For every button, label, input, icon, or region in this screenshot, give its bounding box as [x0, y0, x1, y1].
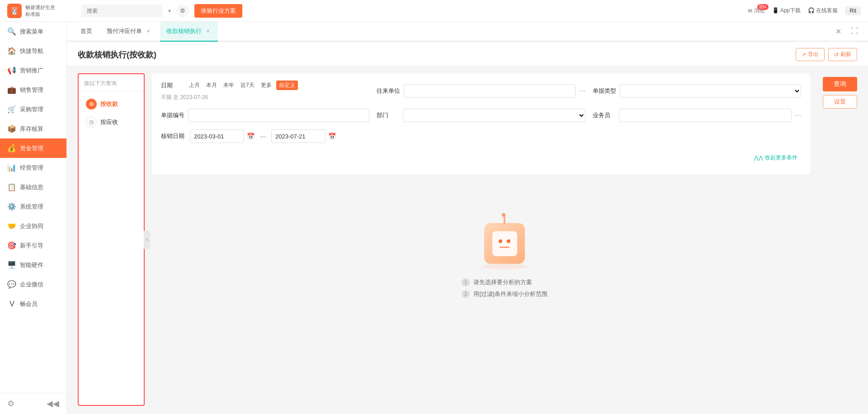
shortcut-this-year[interactable]: 本年: [222, 81, 236, 90]
sidebar: 🔍 搜索菜单 🏠 快捷导航 📢 营销推广 💼 销售管理 🛒 采购管理 📦 库存核…: [0, 22, 67, 414]
sidebar-item-collab[interactable]: 🤝 企业协同: [0, 216, 66, 236]
verif-date-to-input[interactable]: [271, 129, 326, 143]
step-num-1: 1: [462, 278, 470, 286]
industry-button[interactable]: 体验行业方案: [194, 4, 242, 18]
date-field: 日期 上月 本月 本年 近7天 更多 自定义: [161, 81, 369, 101]
dept-field: 部门: [377, 109, 585, 122]
query-main-row: 日期 上月 本月 本年 近7天 更多 自定义: [152, 73, 857, 174]
finance-icon: 💰: [7, 144, 16, 152]
shortcut-7days[interactable]: 近7天: [239, 81, 256, 90]
message-button[interactable]: ✉ 消息 99+: [748, 7, 765, 14]
tab-close-receipt[interactable]: ×: [204, 28, 212, 35]
settings-icon[interactable]: ⚙: [176, 5, 189, 17]
query-area: 日期 上月 本月 本年 近7天 更多 自定义: [152, 73, 857, 406]
tab-prepayment[interactable]: 预付冲应付单 ×: [100, 22, 158, 42]
maximize-button[interactable]: ⛶: [848, 25, 861, 38]
robot-eye-right: [507, 239, 510, 243]
sidebar-bottom: ⚙ ◀◀: [0, 393, 66, 414]
antenna: [504, 216, 505, 224]
filter-panel: 按以下方查询 ⊙ 按收款 ◷ 按应收 ‹‹: [78, 73, 145, 406]
sidebar-item-finance[interactable]: 💰 资金管理: [0, 138, 66, 158]
filter-option-by-receipt[interactable]: ⊙ 按收款: [79, 95, 144, 113]
shortcut-custom[interactable]: 自定义: [276, 81, 298, 90]
antenna-top: [502, 213, 505, 217]
sidebar-item-management[interactable]: 📊 经营管理: [0, 158, 66, 177]
verif-date-row: 核销日期 📅 — 📅: [161, 129, 801, 143]
staff-input[interactable]: [619, 109, 792, 122]
sidebar-item-hardware[interactable]: 🖥️ 智能硬件: [0, 255, 66, 275]
marketing-icon: 📢: [7, 66, 16, 75]
main-content: 首页 预付冲应付单 × 收款核销执行 × ✕ ⛶ 收款核销执行(按收款) ↗ 导…: [67, 22, 868, 414]
form-row-1: 日期 上月 本月 本年 近7天 更多 自定义: [161, 81, 801, 101]
dept-label: 部门: [377, 111, 399, 119]
party-input[interactable]: [404, 84, 576, 98]
filter-panel-collapse[interactable]: ‹‹: [144, 231, 150, 249]
app-download-link[interactable]: 📱 App下载: [772, 7, 801, 14]
management-icon: 📊: [7, 163, 16, 172]
dept-select[interactable]: [403, 109, 585, 122]
shortcut-this-month[interactable]: 本月: [204, 81, 219, 90]
empty-step-2: 2 用[过滤]条件来缩小分析范围: [462, 290, 547, 298]
close-tab-button[interactable]: ✕: [832, 25, 844, 38]
refresh-button[interactable]: ↺ 刷新: [828, 48, 857, 61]
sidebar-item-basic[interactable]: 📋 基础信息: [0, 177, 66, 197]
collapse-sidebar-icon[interactable]: ◀◀: [47, 399, 59, 409]
member-icon: Ⅴ: [7, 300, 16, 308]
sidebar-item-nav[interactable]: 🏠 快捷导航: [0, 41, 66, 61]
chevron-down-icon[interactable]: ▾: [168, 8, 171, 14]
bill-type-select[interactable]: [620, 84, 801, 98]
basic-icon: 📋: [7, 183, 16, 191]
staff-label: 业务员: [593, 111, 615, 119]
party-label: 往来单位: [377, 87, 400, 95]
chevron-up-icon: ⋀⋀: [754, 155, 763, 161]
collapse-more-button[interactable]: ⋀⋀ 收起更多条件: [750, 152, 801, 163]
empty-steps: 1 请先选择要分析的方案 2 用[过滤]条件来缩小分析范围: [462, 278, 547, 298]
form-row-2: 单据编号 部门 业务员 ···: [161, 109, 801, 122]
calendar-to-icon[interactable]: 📅: [328, 133, 336, 140]
tab-home[interactable]: 首页: [74, 22, 99, 42]
user-profile[interactable]: Rit: [845, 6, 861, 15]
sidebar-item-member[interactable]: Ⅴ 畅会员: [0, 294, 66, 314]
bill-type-label: 单据类型: [593, 87, 616, 95]
query-button[interactable]: 查询: [823, 77, 857, 91]
settings-bottom-icon[interactable]: ⚙: [7, 399, 14, 409]
top-bar-right: ✉ 消息 99+ 📱 App下载 🎧 在线客服 Rit: [748, 6, 861, 15]
staff-field: 业务员 ···: [593, 109, 801, 122]
shadow: [482, 264, 527, 269]
staff-more-icon[interactable]: ···: [795, 111, 801, 119]
sidebar-item-purchase[interactable]: 🛒 采购管理: [0, 100, 66, 119]
filter-option-by-receivable[interactable]: ◷ 按应收: [79, 113, 144, 131]
sales-icon: 💼: [7, 86, 16, 94]
settings-button[interactable]: 设置: [823, 95, 857, 109]
sidebar-item-sales[interactable]: 💼 销售管理: [0, 80, 66, 100]
bill-type-field: 单据类型: [593, 84, 801, 98]
verif-date-from-input[interactable]: [190, 129, 244, 143]
logo: 🐰 畅捷通好生意 标准版: [7, 4, 74, 18]
sidebar-item-inventory[interactable]: 📦 库存核算: [0, 119, 66, 138]
shortcut-last-month[interactable]: 上月: [187, 81, 202, 90]
party-more-icon[interactable]: ···: [579, 87, 585, 95]
wechat-icon: 💬: [7, 280, 16, 289]
bill-no-input[interactable]: [188, 109, 369, 122]
verif-date-to-container: 📅: [271, 129, 336, 143]
receipt-icon: ⊙: [86, 99, 97, 109]
sidebar-item-search[interactable]: 🔍 搜索菜单: [0, 22, 66, 41]
empty-state: 1 请先选择要分析的方案 2 用[过滤]条件来缩小分析范围: [152, 174, 857, 334]
sidebar-item-guide[interactable]: 🎯 新手引导: [0, 236, 66, 255]
search-input[interactable]: [81, 5, 163, 17]
export-button[interactable]: ↗ 导出: [796, 48, 825, 61]
robot-eye-left: [499, 239, 502, 243]
content-area: 按以下方查询 ⊙ 按收款 ◷ 按应收 ‹‹: [67, 66, 868, 413]
sidebar-item-system[interactable]: ⚙️ 系统管理: [0, 197, 66, 216]
tab-close-prepayment[interactable]: ×: [145, 28, 152, 35]
tab-receipt-verify[interactable]: 收款核销执行 ×: [160, 22, 218, 42]
calendar-from-icon[interactable]: 📅: [247, 133, 255, 140]
phone-icon: 📱: [772, 7, 779, 14]
sidebar-item-marketing[interactable]: 📢 营销推广: [0, 61, 66, 80]
tab-bar: 首页 预付冲应付单 × 收款核销执行 × ✕ ⛶: [67, 22, 868, 42]
filter-panel-title: 按以下方查询: [79, 80, 144, 91]
page-title-row: 收款核销执行(按收款) ↗ 导出 ↺ 刷新: [78, 48, 857, 66]
sidebar-item-wechat[interactable]: 💬 企业微信: [0, 275, 66, 294]
online-service-link[interactable]: 🎧 在线客服: [808, 7, 838, 14]
shortcut-more[interactable]: 更多: [259, 81, 274, 90]
